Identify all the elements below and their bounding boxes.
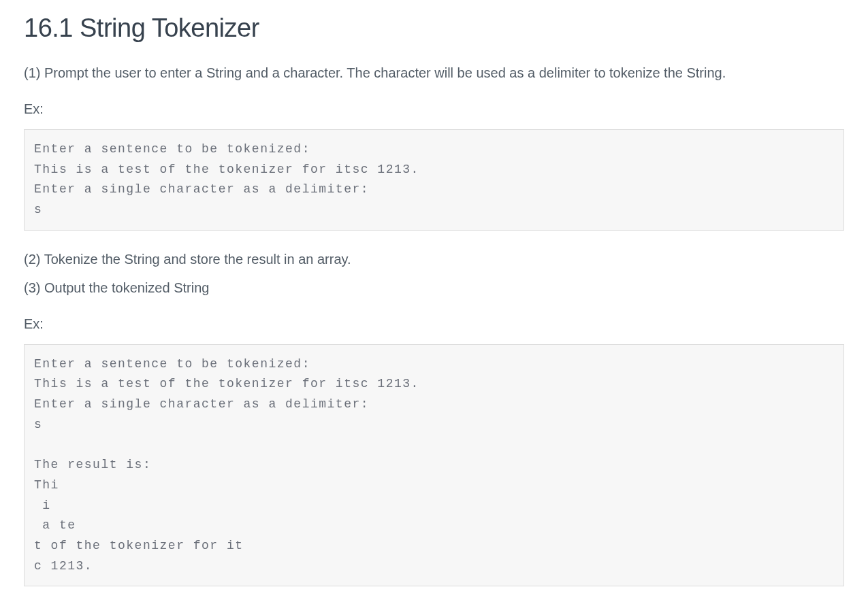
example-label-2: Ex: bbox=[24, 316, 844, 332]
step-1-text: (1) Prompt the user to enter a String an… bbox=[24, 63, 844, 82]
step-3-text: (3) Output the tokenized String bbox=[24, 278, 844, 297]
page-heading: 16.1 String Tokenizer bbox=[24, 14, 844, 43]
code-example-1: Enter a sentence to be tokenized: This i… bbox=[24, 129, 844, 231]
example-label-1: Ex: bbox=[24, 101, 844, 117]
code-example-2: Enter a sentence to be tokenized: This i… bbox=[24, 344, 844, 587]
step-2-text: (2) Tokenize the String and store the re… bbox=[24, 250, 844, 269]
